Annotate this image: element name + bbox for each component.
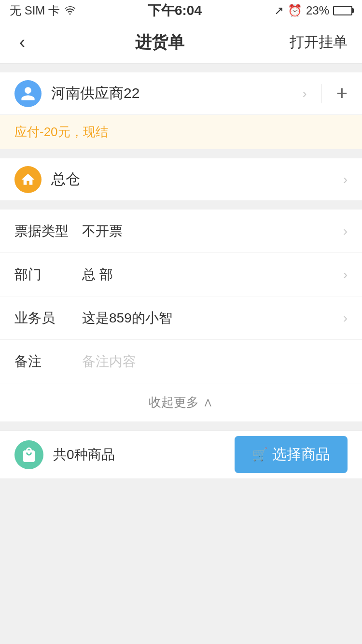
collapse-label: 收起更多 ∧ bbox=[149, 394, 213, 411]
warehouse-row[interactable]: 总仓 › bbox=[0, 158, 362, 200]
select-btn-icon: 🛒 bbox=[252, 447, 267, 462]
status-right: ↗ ⏰ 23% bbox=[274, 4, 352, 17]
department-label: 部门 bbox=[14, 266, 77, 284]
back-button[interactable]: ‹ bbox=[14, 28, 30, 57]
product-count-text: 共0种商品 bbox=[53, 446, 235, 464]
status-time: 下午6:04 bbox=[148, 1, 202, 20]
warehouse-arrow-icon: › bbox=[343, 172, 348, 187]
status-left: 无 SIM 卡 bbox=[10, 3, 75, 18]
shopping-bag-icon bbox=[20, 446, 38, 463]
battery-percent: 23% bbox=[306, 4, 329, 17]
invoice-arrow-icon: › bbox=[343, 224, 348, 239]
warehouse-name: 总仓 bbox=[51, 169, 343, 189]
supplier-avatar bbox=[14, 80, 42, 107]
carrier-text: 无 SIM 卡 bbox=[10, 3, 60, 18]
warehouse-icon-circle bbox=[14, 166, 42, 193]
salesperson-value: 这是859的小智 bbox=[77, 309, 343, 327]
location-icon: ↗ bbox=[274, 4, 284, 17]
status-bar: 无 SIM 卡 下午6:04 ↗ ⏰ 23% bbox=[0, 0, 362, 21]
supplier-arrow-icon: › bbox=[302, 86, 306, 101]
open-pending-button[interactable]: 打开挂单 bbox=[290, 32, 348, 52]
section-gap-2 bbox=[0, 149, 362, 158]
wifi-icon bbox=[65, 6, 75, 15]
warehouse-building-icon bbox=[20, 172, 36, 187]
product-icon-circle bbox=[14, 440, 43, 469]
page-title: 进货单 bbox=[135, 31, 184, 54]
select-btn-label: 选择商品 bbox=[272, 445, 330, 464]
remark-label: 备注 bbox=[14, 352, 77, 371]
form-row-salesperson[interactable]: 业务员 这是859的小智 › bbox=[0, 296, 362, 339]
notice-bar: 应付-20元，现结 bbox=[0, 115, 362, 149]
department-arrow-icon: › bbox=[343, 267, 348, 282]
form-row-department[interactable]: 部门 总 部 › bbox=[0, 252, 362, 296]
department-value: 总 部 bbox=[77, 266, 343, 284]
notice-text: 应付-20元，现结 bbox=[14, 125, 108, 139]
invoice-value: 不开票 bbox=[77, 222, 343, 240]
supplier-section: 河南供应商22 › + 应付-20元，现结 bbox=[0, 72, 362, 149]
nav-bar: ‹ 进货单 打开挂单 bbox=[0, 21, 362, 64]
invoice-label: 票据类型 bbox=[14, 222, 77, 240]
collapse-button[interactable]: 收起更多 ∧ bbox=[0, 383, 362, 421]
alarm-icon: ⏰ bbox=[288, 4, 302, 17]
supplier-divider bbox=[321, 84, 322, 103]
remark-value[interactable]: 备注内容 bbox=[77, 352, 348, 371]
supplier-name: 河南供应商22 bbox=[51, 84, 302, 103]
salesperson-label: 业务员 bbox=[14, 309, 77, 327]
form-section: 票据类型 不开票 › 部门 总 部 › 业务员 这是859的小智 › 备注 备注… bbox=[0, 209, 362, 421]
select-product-button[interactable]: 🛒 选择商品 bbox=[235, 436, 348, 473]
supplier-row[interactable]: 河南供应商22 › + bbox=[0, 72, 362, 115]
salesperson-arrow-icon: › bbox=[343, 310, 348, 326]
add-supplier-button[interactable]: + bbox=[336, 83, 348, 104]
form-row-remark[interactable]: 备注 备注内容 bbox=[0, 339, 362, 383]
battery-icon bbox=[333, 6, 352, 15]
person-icon bbox=[20, 85, 36, 102]
bottom-bar: 共0种商品 🛒 选择商品 bbox=[0, 430, 362, 478]
form-row-invoice[interactable]: 票据类型 不开票 › bbox=[0, 209, 362, 252]
section-gap-1 bbox=[0, 64, 362, 72]
section-gap-3 bbox=[0, 200, 362, 209]
